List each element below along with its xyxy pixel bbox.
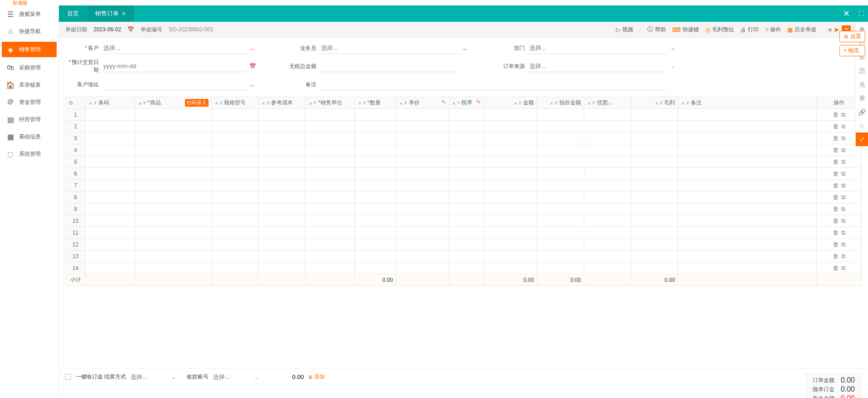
table-row[interactable]: 7🗑⧉ [66, 180, 862, 192]
shortcut-button[interactable]: ⌨快捷键 [672, 26, 699, 34]
lookup-icon[interactable]: ... [249, 45, 254, 51]
chevron-down-icon[interactable]: ⌄ [671, 63, 675, 69]
th-barcode[interactable]: ▲▼条码 [86, 97, 135, 109]
th-quote[interactable]: ▲▼报价金额 [537, 97, 584, 109]
calendar-icon[interactable]: 📅 [249, 63, 256, 69]
copy-icon[interactable]: ⧉ [841, 229, 845, 236]
remark-input[interactable] [319, 79, 668, 90]
tab-home[interactable]: 首页 [59, 5, 87, 22]
copy-icon[interactable]: ⧉ [841, 135, 845, 142]
scan-badge[interactable]: 扫码录入 [185, 99, 209, 107]
delete-icon[interactable]: 🗑 [833, 182, 839, 189]
copy-icon[interactable]: ⧉ [841, 123, 845, 130]
table-row[interactable]: 1🗑⧉ [66, 109, 862, 121]
print-button[interactable]: 🖨打印 [740, 26, 759, 34]
source-input[interactable] [528, 60, 668, 72]
copy-icon[interactable]: ⧉ [841, 253, 845, 260]
edit-icon[interactable]: ✎ [476, 99, 481, 105]
th-product[interactable]: ▲▼*商品扫码录入 [135, 97, 212, 109]
help-button[interactable]: ⓘ帮助 [647, 25, 666, 34]
addr-input[interactable] [102, 79, 247, 90]
copy-icon[interactable]: ⧉ [841, 170, 845, 177]
th-qty[interactable]: ▲▼*数量 [355, 97, 396, 109]
table-row[interactable]: 2🗑⧉ [66, 121, 862, 133]
table-row[interactable]: 11🗑⧉ [66, 227, 862, 239]
th-refcost[interactable]: ▲▼参考成本 [258, 97, 305, 109]
calendar-icon[interactable]: 📅 [127, 26, 134, 33]
rail-item-7[interactable]: 🔗 [856, 105, 868, 119]
gear-icon[interactable]: ⚙ [68, 100, 73, 106]
history-button[interactable]: ▦历史单据 [787, 26, 816, 34]
delete-icon[interactable]: 🗑 [833, 217, 839, 224]
copy-icon[interactable]: ⧉ [841, 158, 845, 165]
sidebar-item-biz[interactable]: ▤经营管理 [0, 111, 58, 128]
sidebar-item-quicknav[interactable]: ⌂快捷导航 [0, 23, 58, 40]
logistics-button[interactable]: + 物流 [839, 45, 865, 56]
account-select[interactable] [213, 373, 249, 380]
delete-icon[interactable]: 🗑 [833, 158, 839, 165]
sidebar-item-purchase[interactable]: 🛍采购管理 [0, 59, 58, 76]
settings-button[interactable]: ⚙设置 [839, 31, 865, 42]
sidebar-item-sales[interactable]: ◈销售管理 [2, 42, 57, 57]
footer-amount-input[interactable] [272, 373, 304, 380]
sidebar-item-finance[interactable]: ＠资金管理 [0, 93, 58, 111]
table-row[interactable]: 3🗑⧉ [66, 133, 862, 144]
lookup-icon[interactable]: ... [462, 45, 467, 51]
ops-button[interactable]: ⌗操作 [765, 26, 781, 34]
table-row[interactable]: 6🗑⧉ [66, 168, 862, 180]
table-row[interactable]: 13🗑⧉ [66, 251, 862, 262]
copy-icon[interactable]: ⧉ [841, 241, 845, 248]
copy-icon[interactable]: ⧉ [841, 111, 845, 118]
edit-icon[interactable]: ✎ [441, 99, 446, 105]
copy-icon[interactable]: ⧉ [841, 182, 845, 189]
lookup-icon[interactable]: ... [249, 81, 254, 88]
th-gear[interactable]: ⚙ [66, 97, 86, 109]
dept-input[interactable] [528, 42, 668, 54]
table-row[interactable]: 4🗑⧉ [66, 144, 862, 156]
th-profit[interactable]: ▲▼毛利 [631, 97, 678, 109]
close-all-tabs[interactable]: ✕ [838, 5, 854, 22]
video-button[interactable]: ▷视频 [616, 26, 633, 34]
copy-icon[interactable]: ⧉ [841, 206, 845, 212]
sidebar-item-base[interactable]: ▦基础信息 [0, 128, 58, 145]
prev-icon[interactable]: ◀ [826, 26, 832, 33]
close-icon[interactable]: ✕ [121, 10, 126, 17]
salesman-input[interactable] [319, 42, 460, 54]
settle-method-select[interactable] [131, 373, 167, 380]
delete-icon[interactable]: 🗑 [833, 170, 839, 177]
th-discount[interactable]: ▲▼优惠... [584, 97, 631, 109]
table-row[interactable]: 9🗑⧉ [66, 203, 862, 215]
sidebar-item-search[interactable]: ☰搜索菜单 [0, 5, 58, 23]
rail-item-4[interactable]: 历 [856, 64, 868, 78]
chevron-down-icon[interactable]: ⌄ [171, 374, 176, 380]
profit-button[interactable]: ◎毛利预估 [705, 26, 734, 34]
copy-icon[interactable]: ⧉ [841, 147, 845, 153]
delete-icon[interactable]: 🗑 [833, 147, 839, 153]
customer-input[interactable] [102, 42, 247, 54]
th-unit[interactable]: ▲▼*销售单位 [305, 97, 355, 109]
table-row[interactable]: 8🗑⧉ [66, 192, 862, 203]
rail-item-5[interactable]: 兑 [856, 78, 868, 92]
sidebar-item-system[interactable]: ◌系统管理 [0, 145, 58, 162]
th-tax[interactable]: ▲▼税率✎ [449, 97, 484, 109]
taxfree-input[interactable] [319, 60, 460, 72]
chevron-down-icon[interactable]: ⌄ [671, 45, 675, 51]
copy-icon[interactable]: ⧉ [841, 194, 845, 201]
th-spec[interactable]: ▲▼规格型号 [211, 97, 258, 109]
table-row[interactable]: 5🗑⧉ [66, 156, 862, 168]
delete-icon[interactable]: 🗑 [833, 111, 839, 118]
th-amount[interactable]: ▲▼金额 [484, 97, 537, 109]
th-price[interactable]: ▲▼单价✎ [396, 97, 449, 109]
delete-icon[interactable]: 🗑 [833, 265, 839, 271]
copy-icon[interactable]: ⧉ [841, 217, 845, 224]
table-row[interactable]: 10🗑⧉ [66, 215, 862, 227]
delete-icon[interactable]: 🗑 [833, 194, 839, 201]
delete-icon[interactable]: 🗑 [833, 135, 839, 142]
delete-icon[interactable]: 🗑 [833, 253, 839, 260]
copy-icon[interactable]: ⧉ [841, 265, 845, 271]
rail-item-8[interactable]: ☆ [856, 119, 868, 133]
table-row[interactable]: 14🗑⧉ [66, 262, 862, 274]
delete-icon[interactable]: 🗑 [833, 229, 839, 236]
rail-item-6[interactable]: 券 [856, 92, 868, 105]
delete-icon[interactable]: 🗑 [833, 206, 839, 212]
